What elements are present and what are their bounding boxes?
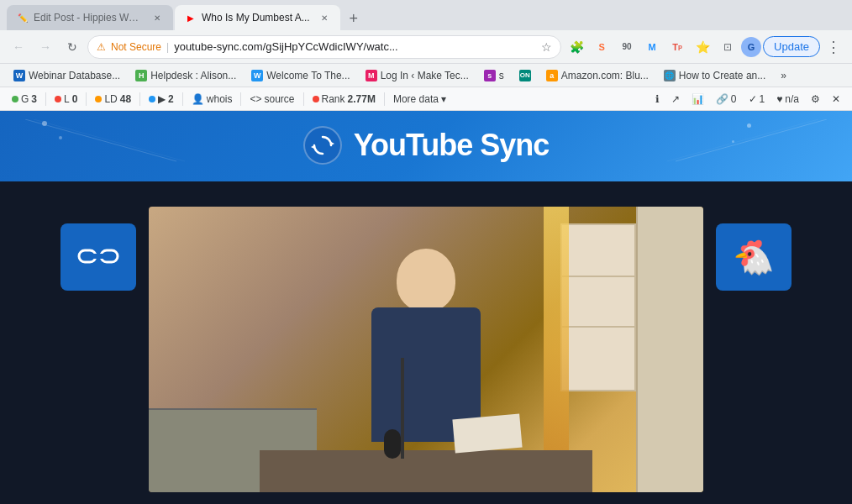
seo-l-dot xyxy=(55,96,61,102)
video-section: 🐔 xyxy=(0,181,852,504)
seo-ld[interactable]: LD 48 xyxy=(90,92,136,107)
seo-rank-value: 2.77M xyxy=(348,93,376,105)
reload-button[interactable]: ↻ xyxy=(60,35,84,59)
security-divider: | xyxy=(166,41,169,53)
seo-check[interactable]: ✓ 1 xyxy=(744,92,770,107)
yt-sync-title: YouTube Sync xyxy=(354,128,550,163)
chain-link-icon xyxy=(77,240,119,274)
bookmark-helpdesk[interactable]: H Helpdesk : Alison... xyxy=(129,68,243,83)
seo-moredata[interactable]: More data ▾ xyxy=(388,92,451,107)
bookmark-create-label: How to Create an... xyxy=(679,70,765,81)
seo-g-value: 3 xyxy=(31,93,37,105)
profile-icon[interactable]: G xyxy=(741,37,761,57)
bookmark-amazon-favicon: a xyxy=(546,70,558,81)
room-cabinet xyxy=(636,207,703,492)
seo-div-3 xyxy=(139,92,140,106)
seo-g[interactable]: G 3 xyxy=(7,92,42,107)
seo-heart-value: n/a xyxy=(785,93,799,105)
seo-b-dot xyxy=(149,96,155,102)
seo-heart-icon: ♥ xyxy=(776,93,782,105)
bookmark-s[interactable]: s s xyxy=(477,68,511,83)
extensions-icon[interactable]: 🧩 xyxy=(565,35,588,59)
bookmark-welcome[interactable]: W Welcome To The... xyxy=(245,68,356,83)
seo-div-1 xyxy=(45,92,46,106)
seo-ext[interactable]: 🔗 0 xyxy=(711,92,742,107)
svg-line-0 xyxy=(25,119,176,161)
svg-line-2 xyxy=(676,119,827,161)
bookmark-login[interactable]: M Log In ‹ Make Tec... xyxy=(359,68,476,83)
video-container: 🐔 xyxy=(149,207,703,492)
desk xyxy=(260,450,592,492)
seo-b[interactable]: ▶ 2 xyxy=(144,92,179,107)
puzzle-icon[interactable]: ⭐ xyxy=(691,35,714,59)
video-bg xyxy=(149,207,703,492)
address-bar[interactable]: ⚠ Not Secure | youtube-sync.com/gSijHpYC… xyxy=(87,35,561,59)
tab-2-favicon: ▶ xyxy=(185,12,197,24)
bookmark-webinar[interactable]: W Webinar Database... xyxy=(7,68,127,83)
tab-1-close[interactable]: ✕ xyxy=(151,12,163,24)
seo-source[interactable]: <> source xyxy=(245,92,299,107)
tab-2-close[interactable]: ✕ xyxy=(318,12,330,24)
tp-icon[interactable]: Tp xyxy=(665,35,689,59)
seo-rank[interactable]: Rank 2.77M xyxy=(308,92,381,107)
svg-line-3 xyxy=(667,119,818,161)
bookmark-webinar-favicon: W xyxy=(13,70,25,81)
bookmark-amazon[interactable]: a Amazon.com: Blu... xyxy=(539,68,655,83)
seo-share[interactable]: ↗ xyxy=(666,92,685,107)
seo-div-7 xyxy=(384,92,385,106)
seo-chart-icon: 📊 xyxy=(692,93,704,105)
security-label: Not Secure xyxy=(111,41,161,53)
seo-whois-label: whois xyxy=(207,93,233,105)
cast-icon[interactable]: ⊡ xyxy=(716,35,739,59)
room-light xyxy=(544,207,569,492)
moz-icon[interactable]: M xyxy=(640,35,664,59)
back-button[interactable]: ← xyxy=(7,35,30,59)
seo-bar: G 3 L 0 LD 48 ▶ 2 👤 whois <> source xyxy=(0,87,852,111)
more-bookmarks[interactable]: » xyxy=(774,68,793,83)
tab-1[interactable]: ✏️ Edit Post - Hippies Watch... ✕ xyxy=(7,5,173,30)
bookmark-on[interactable]: ON xyxy=(513,68,538,83)
seo-check-icon: ✓ xyxy=(749,93,757,105)
seo-source-icon: <> xyxy=(250,93,261,105)
seo-close[interactable]: ✕ xyxy=(827,92,845,107)
bookmark-helpdesk-label: Helpdesk : Alison... xyxy=(150,70,236,81)
seo-g-label: G xyxy=(21,93,29,105)
seo-div-2 xyxy=(86,92,87,106)
left-badge xyxy=(60,223,136,291)
seo-ld-label: LD xyxy=(104,93,117,105)
seo-heart[interactable]: ♥ n/a xyxy=(771,92,804,107)
seo-chart[interactable]: 📊 xyxy=(686,92,709,107)
seo-l[interactable]: L 0 xyxy=(50,92,82,107)
semrush-icon[interactable]: S xyxy=(590,35,613,59)
svg-marker-5 xyxy=(311,145,314,149)
chrome-menu-button[interactable]: ⋮ xyxy=(822,35,845,59)
room-shelf xyxy=(560,223,636,391)
bookmark-helpdesk-favicon: H xyxy=(135,70,147,81)
seo-div-4 xyxy=(182,92,183,106)
90-icon[interactable]: 90 xyxy=(615,35,639,59)
bookmarks-bar: W Webinar Database... H Helpdesk : Aliso… xyxy=(0,64,852,87)
bookmark-webinar-label: Webinar Database... xyxy=(29,70,120,81)
update-button[interactable]: Update xyxy=(763,36,820,57)
bookmark-star-icon[interactable]: ☆ xyxy=(541,40,552,54)
mic-head xyxy=(384,429,401,459)
seo-check-value: 1 xyxy=(760,93,765,105)
url-text: youtube-sync.com/gSijHpYCcWdicIWY/watc..… xyxy=(174,40,536,53)
right-badge: 🐔 xyxy=(716,223,792,291)
svg-marker-4 xyxy=(331,142,334,145)
seo-settings[interactable]: ⚙ xyxy=(806,92,825,107)
tab-2[interactable]: ▶ Who Is My Dumbest A... ✕ xyxy=(175,5,340,30)
video-player[interactable] xyxy=(149,207,703,492)
bookmark-create[interactable]: 🌐 How to Create an... xyxy=(657,68,772,83)
browser-frame: ✏️ Edit Post - Hippies Watch... ✕ ▶ Who … xyxy=(0,0,852,504)
new-tab-button[interactable]: + xyxy=(342,7,366,30)
seo-b-value: 2 xyxy=(168,93,174,105)
tab-1-label: Edit Post - Hippies Watch... xyxy=(34,12,143,24)
page-wrapper: YouTube Sync xyxy=(0,111,852,504)
svg-rect-8 xyxy=(92,254,104,259)
tab-1-favicon: ✏️ xyxy=(17,12,29,24)
forward-button[interactable]: → xyxy=(34,35,57,59)
seo-info[interactable]: ℹ xyxy=(650,92,665,107)
seo-whois[interactable]: 👤 whois xyxy=(187,92,238,107)
sync-icon xyxy=(310,133,335,158)
